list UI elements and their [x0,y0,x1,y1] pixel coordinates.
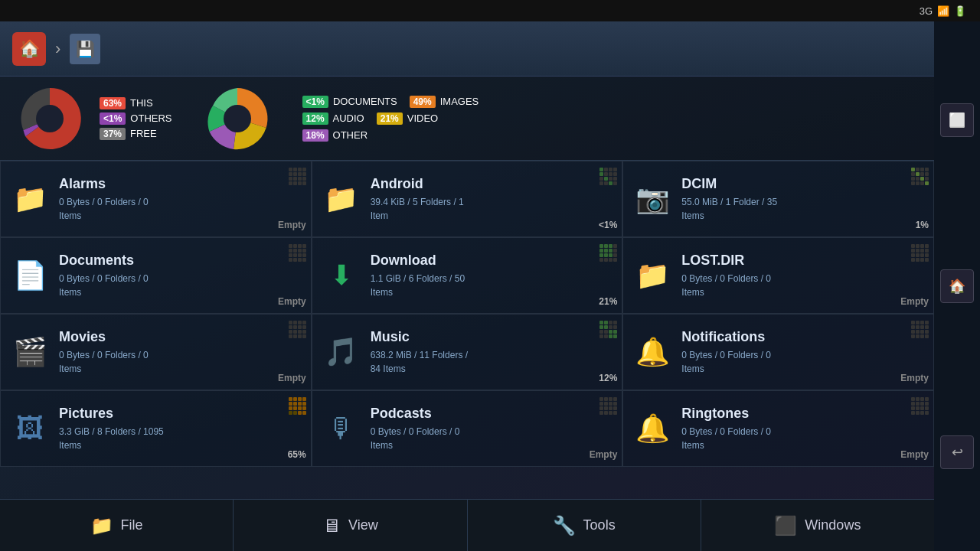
view-label: View [348,517,378,533]
home-btn[interactable]: 🏠 [940,269,974,303]
usage-indicator [289,168,306,185]
folder-name: Music [371,329,613,345]
usage-badge: Empty [900,296,929,307]
folder-item-pictures[interactable]: 🖼 Pictures 3.3 GiB / 8 Folders / 1095Ite… [0,390,312,467]
category-pie-chart [203,84,272,153]
this-badge: 63% [100,97,126,109]
folder-icon: 🔔 [632,332,672,372]
folder-name: Pictures [59,406,302,422]
folder-item-download[interactable]: ⬇ Download 1.1 GiB / 6 Folders / 50Items… [312,237,623,314]
folder-item-documents[interactable]: 📄 Documents 0 Bytes / 0 Folders / 0Items… [0,237,312,314]
folder-item-lost.dir[interactable]: 📁 LOST.DIR 0 Bytes / 0 Folders / 0Items … [622,237,934,314]
window-btn[interactable]: ⬜ [940,103,974,137]
folder-detail: 0 Bytes / 0 Folders / 0Items [59,195,302,223]
usage-badge: Empty [900,373,929,383]
folder-name: Download [371,253,613,269]
free-badge: 37% [100,128,126,140]
usage-indicator [911,244,929,262]
usage-badge: Empty [278,373,306,383]
windows-icon: ⬛ [774,515,797,536]
usage-badge: <1% [599,220,617,230]
folder-item-dcim[interactable]: 📷 DCIM 55.0 MiB / 1 Folder / 35Items 1% [622,161,934,237]
folder-item-movies[interactable]: 🎬 Movies 0 Bytes / 0 Folders / 0Items Em… [0,314,312,390]
folder-item-ringtones[interactable]: 🔔 Ringtones 0 Bytes / 0 Folders / 0Items… [622,390,934,467]
tools-label: Tools [583,517,616,533]
cat-audio: 12% AUDIO [302,112,364,125]
folder-item-android[interactable]: 📁 Android 39.4 KiB / 5 Folders / 1Item <… [312,161,623,237]
folder-icon: 🔔 [632,409,672,448]
usage-badge: 21% [599,296,617,307]
folder-item-music[interactable]: 🎵 Music 638.2 MiB / 11 Folders /84 Items… [312,314,623,390]
signal-icon: 3G [920,5,933,17]
folder-icon: 🎬 [10,332,50,372]
usage-indicator [599,168,617,185]
folder-detail: 638.2 MiB / 11 Folders /84 Items [371,348,613,376]
folder-detail: 0 Bytes / 0 Folders / 0Items [59,272,302,299]
folder-name: Android [371,176,613,192]
folder-grid: 📁 Alarms 0 Bytes / 0 Folders / 0Items Em… [0,161,934,467]
folder-detail: 0 Bytes / 0 Folders / 0Items [59,348,302,376]
battery-icon: 🔋 [954,5,966,17]
folder-detail: 0 Bytes / 0 Folders / 0Items [681,425,924,452]
legend-free: 37% FREE [100,128,172,140]
home-icon[interactable]: 🏠 [12,32,46,66]
usage-badge: Empty [278,220,306,230]
folder-name: Documents [59,253,302,269]
cat-other: 18% OTHER [302,129,368,142]
folder-icon: 🖼 [10,409,50,448]
usage-indicator [289,397,306,415]
folder-detail: 0 Bytes / 0 Folders / 0Items [371,425,613,452]
bottom-btn-tools[interactable]: 🔧Tools [468,500,701,551]
folder-detail: 0 Bytes / 0 Folders / 0Items [681,348,924,376]
windows-label: Windows [805,517,861,533]
category-legend: <1% DOCUMENTS 49% IMAGES 12% AUDIO 21% V… [302,96,479,142]
folder-name: LOST.DIR [681,253,924,269]
folder-icon: ⬇ [322,256,361,295]
tools-icon: 🔧 [553,515,576,536]
folder-icon: 📄 [10,256,50,295]
main-area: 🏠 › 💾 63% THIS <1% [0,21,934,499]
usage-badge: Empty [590,449,618,460]
folder-detail: 1.1 GiB / 6 Folders / 50Items [371,272,613,299]
header: 🏠 › 💾 [0,21,934,77]
usage-indicator [599,321,617,338]
file-label: File [121,517,143,533]
folder-name: Notifications [681,329,924,345]
bottom-btn-file[interactable]: 📁File [0,500,234,551]
bottom-btn-windows[interactable]: ⬛Windows [701,500,934,551]
folder-item-notifications[interactable]: 🔔 Notifications 0 Bytes / 0 Folders / 0I… [622,314,934,390]
folder-name: Ringtones [681,406,924,422]
folder-detail: 55.0 MiB / 1 Folder / 35Items [681,195,924,223]
usage-indicator [599,244,617,262]
usage-indicator [911,397,929,415]
usage-indicator [911,168,929,185]
others-badge: <1% [100,112,126,125]
folder-name: Alarms [59,176,302,192]
folder-icon: 📁 [10,179,50,219]
side-panel-right: ⬜ 🏠 ↩ [934,21,980,551]
folder-item-podcasts[interactable]: 🎙 Podcasts 0 Bytes / 0 Folders / 0Items … [312,390,623,467]
folder-name: Movies [59,329,302,345]
folder-detail: 0 Bytes / 0 Folders / 0Items [681,272,924,299]
usage-badge: Empty [900,449,929,460]
bottom-btn-view[interactable]: 🖥View [234,500,467,551]
storage-icon: 💾 [70,34,100,64]
stats-panel: 63% THIS <1% OTHERS 37% FREE [0,77,934,161]
usage-badge: 65% [288,449,306,460]
usage-indicator [289,321,306,338]
free-label: FREE [130,128,157,139]
cat-images: 49% IMAGES [410,96,479,108]
folder-icon: 🎙 [322,409,361,448]
folder-detail: 39.4 KiB / 5 Folders / 1Item [371,195,613,223]
folder-icon: 🎵 [322,332,361,372]
back-btn[interactable]: ↩ [940,435,974,469]
usage-badge: 1% [916,220,929,230]
cat-video: 21% VIDEO [377,112,439,125]
main-legend: 63% THIS <1% OTHERS 37% FREE [100,97,172,140]
usage-badge: 12% [599,373,617,383]
folder-icon: 📷 [632,179,672,219]
usage-indicator [911,321,929,338]
folder-item-alarms[interactable]: 📁 Alarms 0 Bytes / 0 Folders / 0Items Em… [0,161,312,237]
usage-indicator [289,244,306,262]
legend-this: 63% THIS [100,97,172,109]
